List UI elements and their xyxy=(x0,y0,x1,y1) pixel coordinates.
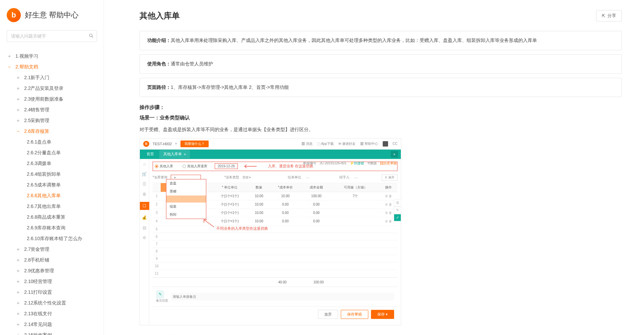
intro-text: 其他入库单用来处理除采购入库、产成品入库之外的其他入库业务，因此其他入库单可处理… xyxy=(171,38,537,43)
role-text: 通常由仓管人员维护 xyxy=(171,61,213,66)
nav-2-1[interactable]: ＋2.1新手入门 xyxy=(15,72,97,83)
shot-radio-in: 其他入库 xyxy=(160,164,173,169)
wallet-icon: 💰 xyxy=(142,215,147,220)
nav-2-6-10[interactable]: 2.6.10库存账本错了怎么办 xyxy=(27,233,97,244)
shot-date: 2019-12-26 xyxy=(215,163,238,169)
plus-icon: ＋ xyxy=(15,322,21,327)
shot-test-label: TEST-H002 xyxy=(153,142,172,146)
search-input[interactable] xyxy=(7,30,97,42)
avatar-icon xyxy=(383,141,388,147)
nav-2-6-4[interactable]: 2.6.4组装拆卸单 xyxy=(27,169,97,179)
nav-2-14[interactable]: ＋2.14常见问题 xyxy=(15,319,97,330)
sidebar-nav: ＋1.视频学习 －2.帮助文档 ＋2.1新手入门 ＋2.2产品安装及登录 ＋2.… xyxy=(7,51,97,335)
radio-on-icon xyxy=(155,165,158,168)
search-box xyxy=(7,30,97,42)
svg-point-0 xyxy=(90,34,92,37)
remark-input xyxy=(171,293,394,300)
shot-totals: 40.00 100.00 xyxy=(153,277,397,287)
sidebar: b 好生意 帮助中心 ＋1.视频学习 －2.帮助文档 ＋2.1新手入门 ＋2.2… xyxy=(0,0,104,335)
shot-hdr-msg: ☰ 消息 xyxy=(302,142,313,146)
nav-2-10[interactable]: ＋2.10经营管理 xyxy=(15,276,97,287)
shot-logo-icon: b xyxy=(143,141,149,147)
nav-2-6-6[interactable]: 2.6.6其他入库单 xyxy=(27,190,97,201)
shot-tab-active: 其他入库单 × xyxy=(159,150,190,158)
nav-2-7[interactable]: ＋2.7资金管理 xyxy=(15,244,97,255)
cart-icon: 🛒 xyxy=(142,172,147,176)
nav-2-6[interactable]: －2.6库存核算 xyxy=(15,126,97,136)
nav-2-6-7[interactable]: 2.6.7其他出库单 xyxy=(27,201,97,212)
nav-2-9[interactable]: ＋2.9优惠券管理 xyxy=(15,265,97,276)
steps-label: 操作步骤： xyxy=(140,104,622,111)
nav-2-11[interactable]: ＋2.11打印设置 xyxy=(15,287,97,297)
nav-2-6-3[interactable]: 2.6.3调拨单 xyxy=(27,158,97,169)
nav-2-2[interactable]: ＋2.2产品安装及登录 xyxy=(15,83,97,94)
nav-2-5[interactable]: ＋2.5采购管理 xyxy=(15,115,97,126)
nav-2-6-1[interactable]: 2.6.1盘点单 xyxy=(27,136,97,147)
box-icon: ☐ xyxy=(140,202,149,210)
home-icon: ⌂ xyxy=(142,162,147,166)
shot-annotation-bottom: 不同业务的入库类型在这里切换 xyxy=(216,226,268,231)
role-label: 使用角色： xyxy=(147,61,171,66)
intro-label: 功能介绍： xyxy=(147,38,171,43)
remark-icon: ✎ xyxy=(156,290,164,298)
close-icon: × xyxy=(184,152,186,156)
page-title: 其他入库单 xyxy=(140,10,180,21)
nav-2-13[interactable]: ＋2.13在线支付 xyxy=(15,308,97,319)
path-label: 页面路径： xyxy=(147,85,171,90)
minus-icon: － xyxy=(15,128,21,134)
trash-icon: 🗑 xyxy=(142,192,147,197)
gear-icon: ⚙ xyxy=(142,235,147,240)
nav-video-learning[interactable]: ＋1.视频学习 xyxy=(7,51,97,61)
filter-related-label: 往来单位 xyxy=(288,175,301,180)
plus-icon: ＋ xyxy=(15,246,21,252)
scene1-title: 场景一：业务类型确认 xyxy=(140,115,622,121)
plus-icon: ＋ xyxy=(15,75,21,80)
shot-action-button: 我要做什么？ xyxy=(180,141,209,147)
plus-icon: ＋ xyxy=(15,332,21,335)
share-button[interactable]: ⇱ 分享 xyxy=(596,10,622,21)
chart-icon: ▤ xyxy=(142,225,147,230)
shot-type-dropdown: 盘盈 受赠 组装 拆卸 xyxy=(166,179,206,219)
nav-2-3[interactable]: ＋2.3使用前数据准备 xyxy=(15,94,97,104)
path-card: 页面路径：1、库存核算->库存管理->其他入库单 2、首页->常用功能 xyxy=(140,78,622,97)
brand: b 好生意 帮助中心 xyxy=(7,8,97,22)
nav-2-6-2[interactable]: 2.6.2分量盘点单 xyxy=(27,147,97,158)
search-icon[interactable] xyxy=(89,33,94,39)
dd-item: 盘盈 xyxy=(166,179,206,187)
intro-card: 功能介绍：其他入库单用来处理除采购入库、产成品入库之外的其他入库业务，因此其他入… xyxy=(140,31,622,50)
nav-help-docs[interactable]: －2.帮助文档 xyxy=(7,61,97,72)
nav-2-12[interactable]: ＋2.12系统个性化设置 xyxy=(15,297,97,308)
nav-2-6-9[interactable]: 2.6.9库存账本查询 xyxy=(27,222,97,233)
plus-icon: ＋ xyxy=(15,300,21,305)
plus-icon: ＋ xyxy=(15,289,21,295)
app-screenshot: b TEST-H002 ▾ 我要做什么？ ☰ 消息 ⬚ App下载 ✉ 邀请好友… xyxy=(140,138,401,325)
plus-icon: ＋ xyxy=(15,257,21,263)
radio-off-icon xyxy=(182,165,186,168)
shot-draft-button: 保存草稿 xyxy=(341,310,368,319)
plus-icon: ＋ xyxy=(15,107,21,112)
shot-right-toolbar: ☰ ✎ ⤢ xyxy=(394,199,401,221)
remark-label: 备注信息 xyxy=(156,298,168,303)
tool-icon: ⤢ xyxy=(394,214,401,221)
nav-2-4[interactable]: ＋2.4销售管理 xyxy=(15,104,97,115)
filter-type-label: *业务类型 xyxy=(224,175,239,180)
role-card: 使用角色：通常由仓管人员维护 xyxy=(140,54,622,74)
shot-doc-meta: 单据编号 JC-20191226-001 ⚡快捷键 ⟲溯源 ☷历史单据 xyxy=(303,161,397,166)
nav-2-6-5[interactable]: 2.6.5成本调整单 xyxy=(27,179,97,190)
plus-icon: ＋ xyxy=(15,268,21,273)
shot-save-button: 保存 ▾ xyxy=(371,310,394,319)
plus-icon: ＋ xyxy=(15,96,21,102)
shot-tab-home: 首页 xyxy=(143,150,158,158)
shot-radio-out: 其他入库退库 xyxy=(187,164,207,169)
nav-2-8[interactable]: ＋2.8手机旺铺 xyxy=(15,255,97,265)
shot-user: CC xyxy=(393,142,397,146)
tool-icon: ☰ xyxy=(394,199,401,207)
nav-2-15[interactable]: ＋2.15操作案例 xyxy=(15,330,97,335)
share-label: 分享 xyxy=(607,13,616,19)
svg-line-3 xyxy=(204,220,214,227)
plus-icon: ＋ xyxy=(15,118,21,123)
logo-icon: b xyxy=(7,8,21,22)
dd-item: 受赠 xyxy=(166,187,206,196)
main-content: 其他入库单 ⇱ 分享 功能介绍：其他入库单用来处理除采购入库、产成品入库之外的其… xyxy=(104,0,644,335)
nav-2-6-8[interactable]: 2.6.8商品成本重算 xyxy=(27,212,97,222)
